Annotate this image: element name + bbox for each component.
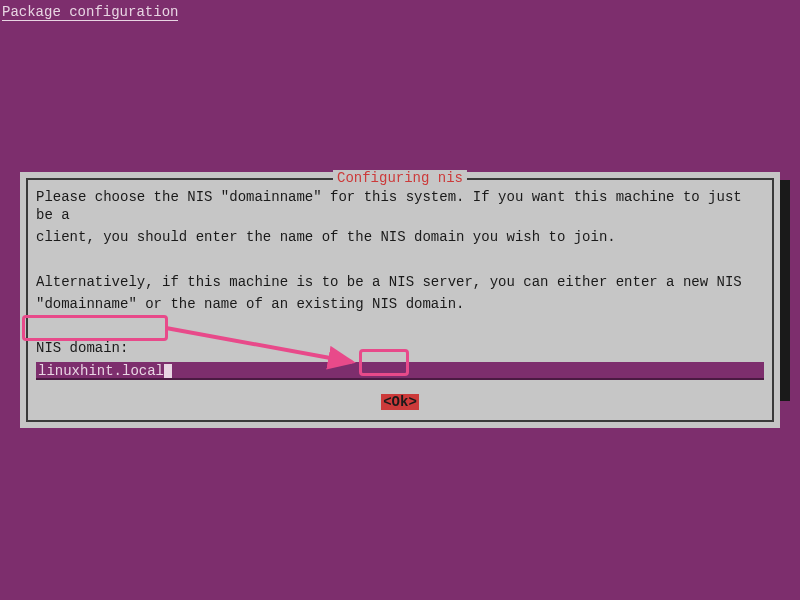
input-label: NIS domain: <box>36 339 764 357</box>
dialog-spacer2 <box>36 317 764 335</box>
ok-button[interactable]: <Ok> <box>381 394 419 410</box>
dialog-text-line4: "domainname" or the name of an existing … <box>36 295 764 313</box>
page-header: Package configuration <box>0 0 800 24</box>
dialog-spacer <box>36 251 764 269</box>
config-dialog: Configuring nis Please choose the NIS "d… <box>20 172 780 428</box>
dialog-title: Configuring nis <box>333 170 467 186</box>
page-title: Package configuration <box>2 4 178 21</box>
text-cursor <box>164 364 172 378</box>
dialog-text-line2: client, you should enter the name of the… <box>36 228 764 246</box>
domain-input[interactable]: linuxhint.local <box>36 362 764 380</box>
domain-input-value: linuxhint.local <box>38 363 164 379</box>
dialog-text-line1: Please choose the NIS "domainname" for t… <box>36 188 764 224</box>
dialog-frame: Configuring nis Please choose the NIS "d… <box>26 178 774 422</box>
dialog-text-line3: Alternatively, if this machine is to be … <box>36 273 764 291</box>
button-row: <Ok> <box>36 394 764 410</box>
